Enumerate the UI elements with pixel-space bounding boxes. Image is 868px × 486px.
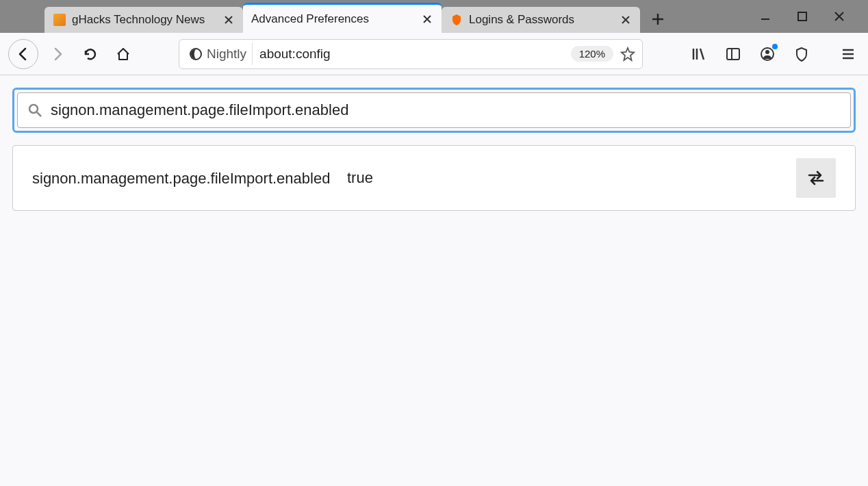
search-icon [27, 103, 42, 118]
window-close-icon[interactable] [831, 8, 847, 25]
new-tab-button[interactable] [644, 5, 672, 33]
minimize-icon[interactable] [757, 8, 774, 25]
svg-point-5 [765, 50, 769, 54]
lockwise-favicon-icon [450, 13, 463, 27]
close-icon[interactable] [620, 14, 632, 26]
back-button[interactable] [8, 39, 38, 69]
tab-ghacks[interactable]: gHacks Technology News [44, 7, 243, 33]
toggle-icon [806, 168, 826, 188]
search-focus-ring [12, 88, 856, 133]
identity-label: Nightly [207, 47, 246, 62]
window-controls [757, 0, 868, 33]
nav-toolbar: Nightly about:config 120% [0, 33, 868, 75]
pref-search-input[interactable] [51, 101, 841, 119]
content-area: signon.management.page.fileImport.enable… [0, 75, 868, 223]
pref-result-row: signon.management.page.fileImport.enable… [12, 145, 856, 211]
tab-title: Advanced Preferences [251, 12, 416, 26]
toolbar-icons [687, 42, 860, 66]
svg-rect-0 [798, 12, 806, 21]
bookmark-star-icon[interactable] [617, 44, 638, 64]
library-icon[interactable] [687, 42, 711, 66]
svg-rect-2 [727, 49, 739, 60]
notification-dot-icon [772, 44, 778, 49]
account-icon[interactable] [756, 42, 779, 66]
home-button[interactable] [110, 40, 137, 68]
close-icon[interactable] [421, 13, 433, 25]
svg-line-7 [37, 112, 41, 116]
menu-icon[interactable] [837, 42, 860, 66]
ghacks-favicon-icon [53, 13, 66, 27]
firefox-nightly-icon [189, 47, 203, 61]
urlbar[interactable]: Nightly about:config 120% [179, 39, 643, 69]
identity-box[interactable]: Nightly [183, 43, 253, 65]
tab-title: gHacks Technology News [72, 13, 217, 27]
pref-name: signon.management.page.fileImport.enable… [32, 167, 347, 190]
maximize-icon[interactable] [794, 8, 810, 25]
forward-button[interactable] [44, 40, 71, 68]
pref-value: true [347, 169, 796, 187]
tab-title: Logins & Passwords [469, 13, 614, 27]
close-icon[interactable] [222, 14, 235, 26]
zoom-badge[interactable]: 120% [571, 46, 613, 62]
tab-logins-passwords[interactable]: Logins & Passwords [442, 7, 640, 33]
sidebar-icon[interactable] [722, 42, 745, 66]
toggle-button[interactable] [796, 158, 836, 198]
url-text[interactable]: about:config [253, 47, 571, 62]
svg-point-6 [29, 105, 38, 113]
shield-icon[interactable] [790, 42, 813, 66]
tab-advanced-preferences[interactable]: Advanced Preferences [243, 3, 442, 33]
pref-search-box[interactable] [17, 92, 851, 128]
titlebar: gHacks Technology News Advanced Preferen… [0, 0, 868, 33]
reload-button[interactable] [77, 40, 104, 68]
